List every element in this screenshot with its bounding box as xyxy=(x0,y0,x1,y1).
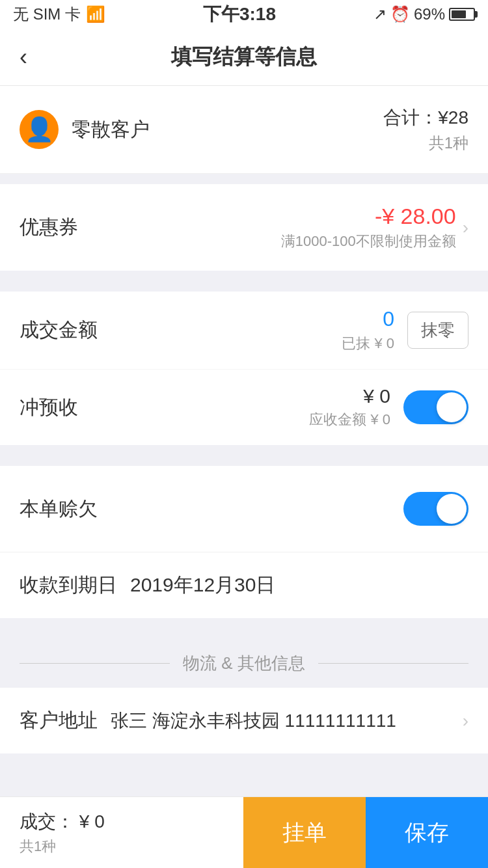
bottom-summary-label: 成交： xyxy=(20,811,74,832)
status-right: ↗ ⏰ 69% xyxy=(373,5,475,23)
coupon-right: -¥ 28.00 满1000-100不限制使用金额 › xyxy=(281,204,468,251)
address-label: 客户地址 xyxy=(20,707,98,734)
status-time: 下午3:18 xyxy=(203,2,276,27)
debt-section: 本单赊欠 收款到期日 2019年12月30日 xyxy=(0,466,488,618)
avatar-icon: 👤 xyxy=(25,116,54,143)
debt-row: 本单赊欠 xyxy=(0,466,488,552)
logistics-line-left xyxy=(20,663,170,664)
prepayment-label: 冲预收 xyxy=(20,394,78,421)
customer-left: 👤 零散客户 xyxy=(20,110,150,149)
transaction-label: 成交金额 xyxy=(20,317,98,344)
bottom-summary-amount: ¥ 0 xyxy=(79,811,105,832)
page-title: 填写结算等信息 xyxy=(171,43,317,72)
battery-icon xyxy=(449,8,475,21)
wifi-icon: 📶 xyxy=(86,5,105,23)
address-row[interactable]: 客户地址 张三 海淀永丰科技园 11111111111 › xyxy=(0,688,488,753)
divider-3 xyxy=(0,629,488,639)
transaction-sub: 已抹 ¥ 0 xyxy=(342,334,394,353)
logistics-header: 物流 & 其他信息 xyxy=(0,639,488,688)
status-bar: 无 SIM 卡 📶 下午3:18 ↗ ⏰ 69% xyxy=(0,0,488,29)
bottom-summary-top: 成交： ¥ 0 xyxy=(20,809,224,834)
battery-fill xyxy=(452,10,466,18)
customer-count: 共1种 xyxy=(383,133,468,154)
debt-toggle-knob xyxy=(437,494,467,524)
logistics-line-right xyxy=(318,663,468,664)
hold-button[interactable]: 挂单 xyxy=(243,797,366,869)
nav-bar: ‹ 填写结算等信息 xyxy=(0,29,488,86)
round-zero-button[interactable]: 抹零 xyxy=(407,312,468,349)
save-button[interactable]: 保存 xyxy=(366,797,488,869)
due-date-row[interactable]: 收款到期日 2019年12月30日 xyxy=(0,552,488,618)
debt-toggle[interactable] xyxy=(403,492,468,526)
address-section: 客户地址 张三 海淀永丰科技园 11111111111 › xyxy=(0,688,488,753)
sim-text: 无 SIM 卡 xyxy=(13,4,81,25)
logistics-label: 物流 & 其他信息 xyxy=(183,652,305,675)
divider-1 xyxy=(0,281,488,292)
alarm-icon: ⏰ xyxy=(390,5,410,23)
due-date-value: 2019年12月30日 xyxy=(130,572,275,599)
prepayment-right: ¥ 0 应收金额 ¥ 0 xyxy=(309,385,468,429)
address-chevron-icon: › xyxy=(463,711,468,731)
customer-avatar: 👤 xyxy=(20,110,59,149)
coupon-desc: 满1000-100不限制使用金额 xyxy=(281,232,456,251)
prepayment-row: 冲预收 ¥ 0 应收金额 ¥ 0 xyxy=(0,370,488,445)
debt-label: 本单赊欠 xyxy=(20,496,98,522)
bottom-bar: 成交： ¥ 0 共1种 挂单 保存 xyxy=(0,796,488,868)
location-icon: ↗ xyxy=(373,5,386,23)
customer-total: 合计：¥28 xyxy=(383,105,468,130)
transaction-section: 成交金额 0 已抹 ¥ 0 抹零 冲预收 ¥ 0 应收金额 ¥ 0 xyxy=(0,292,488,445)
battery-percent: 69% xyxy=(414,5,445,23)
prepayment-values: ¥ 0 应收金额 ¥ 0 xyxy=(309,385,390,429)
divider-2 xyxy=(0,455,488,466)
status-left: 无 SIM 卡 📶 xyxy=(13,4,105,25)
customer-summary: 合计：¥28 共1种 xyxy=(383,105,468,154)
customer-row: 👤 零散客户 合计：¥28 共1种 xyxy=(0,86,488,174)
address-value: 张三 海淀永丰科技园 11111111111 xyxy=(111,709,463,733)
toggle-knob xyxy=(437,392,467,422)
bottom-summary-count: 共1种 xyxy=(20,837,224,856)
prepayment-sub: 应收金额 ¥ 0 xyxy=(309,410,390,429)
coupon-label: 优惠券 xyxy=(20,214,78,241)
coupon-chevron-icon: › xyxy=(463,217,468,238)
customer-section: 👤 零散客户 合计：¥28 共1种 xyxy=(0,86,488,174)
customer-name: 零散客户 xyxy=(72,116,150,143)
transaction-row: 成交金额 0 已抹 ¥ 0 抹零 xyxy=(0,292,488,370)
transaction-value[interactable]: 0 xyxy=(342,307,394,331)
prepayment-amount: ¥ 0 xyxy=(309,385,390,407)
coupon-amount: -¥ 28.00 xyxy=(281,204,456,229)
prepayment-toggle[interactable] xyxy=(403,390,468,424)
coupon-section[interactable]: 优惠券 -¥ 28.00 满1000-100不限制使用金额 › xyxy=(0,184,488,271)
back-button[interactable]: ‹ xyxy=(13,37,34,77)
coupon-row[interactable]: 优惠券 -¥ 28.00 满1000-100不限制使用金额 › xyxy=(0,184,488,271)
due-date-label: 收款到期日 xyxy=(20,572,117,599)
bottom-summary: 成交： ¥ 0 共1种 xyxy=(0,809,243,856)
transaction-right: 0 已抹 ¥ 0 抹零 xyxy=(342,307,468,353)
